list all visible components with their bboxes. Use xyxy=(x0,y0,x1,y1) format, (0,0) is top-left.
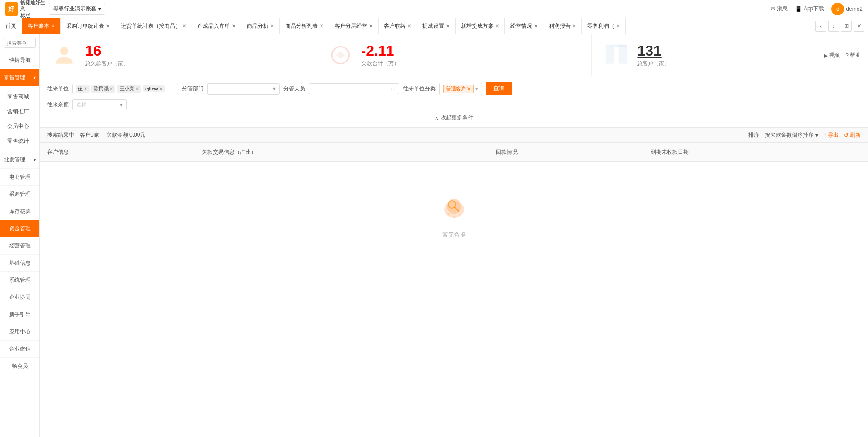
close-icon[interactable]: ✕ xyxy=(182,24,186,28)
message-icon: ✉ xyxy=(771,6,775,12)
close-icon[interactable]: ✕ xyxy=(135,86,139,91)
close-icon[interactable]: ✕ xyxy=(232,24,235,28)
filter-tag-more[interactable]: ... xyxy=(167,86,175,92)
sidebar-item-operations[interactable]: 经营管理 xyxy=(0,238,39,255)
stat-label-customers: 总欠款客户（家） xyxy=(85,60,129,67)
close-icon[interactable]: ✕ xyxy=(84,86,87,91)
filter-person-input[interactable]: ··· xyxy=(309,83,399,94)
tab-add-commission[interactable]: 新增提成方案 ✕ xyxy=(456,18,505,34)
user-avatar[interactable]: d demo2 xyxy=(831,3,863,15)
filter-dept-select[interactable]: ▾ xyxy=(207,83,280,95)
query-button[interactable]: 查询 xyxy=(486,82,512,95)
sidebar-item-enterprise-wechat[interactable]: 企业微信 xyxy=(0,341,39,358)
search-input[interactable] xyxy=(4,38,36,48)
result-summary-right: 排序：按欠款金额倒序排序 ▾ ↑ 导出 ↺ 刷新 xyxy=(748,131,861,139)
close-icon[interactable]: ✕ xyxy=(106,24,110,28)
tab-product-analysis[interactable]: 商品分析 ✕ xyxy=(241,18,280,34)
empty-text: 暂无数据 xyxy=(442,231,466,239)
tab-purchase-order[interactable]: 采购订单统计表 ✕ xyxy=(61,18,115,34)
export-button[interactable]: ↑ 导出 xyxy=(824,131,839,139)
refresh-button[interactable]: ↺ 刷新 xyxy=(844,131,861,139)
empty-state: 暂无数据 xyxy=(40,162,868,266)
close-icon[interactable]: ✕ xyxy=(110,86,113,91)
sidebar-item-wholesale[interactable]: 批发管理 ▾ xyxy=(0,152,39,169)
sidebar-item-changhui[interactable]: 畅会员 xyxy=(0,358,39,375)
col-header-arrears: 欠款交易信息（占比） xyxy=(195,143,489,162)
stat-number-arrears: -2.11 xyxy=(361,43,399,58)
close-icon[interactable]: ✕ xyxy=(446,24,450,28)
chevron-down-icon: ▾ xyxy=(815,132,818,138)
message-btn[interactable]: ✉ 消息 xyxy=(771,5,788,13)
svg-point-9 xyxy=(447,213,450,215)
empty-icon xyxy=(436,189,472,225)
stat-block-customers: 16 总欠款客户（家） xyxy=(40,34,316,76)
filter-tag-cjttcw: cjttcw ✕ xyxy=(143,86,165,92)
tab-customer-tier[interactable]: 客户分层经营 ✕ xyxy=(329,18,379,34)
filter-category-select[interactable]: 普通客户 ✕ ▾ xyxy=(439,83,482,95)
tab-home[interactable]: 首页 xyxy=(0,18,22,34)
sidebar-item-inventory[interactable]: 库存核算 xyxy=(0,203,39,220)
app-download-btn[interactable]: 📱 App下载 xyxy=(795,5,824,13)
sidebar-item-marketing[interactable]: 营销推广 xyxy=(0,104,39,119)
tab-customer-contact[interactable]: 客户联络 ✕ xyxy=(379,18,417,34)
export-icon: ↑ xyxy=(824,132,826,138)
close-icon[interactable]: ✕ xyxy=(159,86,163,91)
filter-balance-select[interactable]: 选择... ▾ xyxy=(72,99,127,110)
svg-rect-2 xyxy=(606,47,614,63)
close-icon[interactable]: ✕ xyxy=(534,24,537,28)
collapse-row: ∧ 收起更多条件 xyxy=(47,114,861,122)
filter-row-1: 往来单位 伍 ✕ 陈民强 ✕ 王小亮 ✕ cjttcw xyxy=(47,82,861,95)
close-icon[interactable]: ✕ xyxy=(572,24,576,28)
nav-expand-btn[interactable]: ⊞ xyxy=(841,21,852,32)
close-icon[interactable]: ✕ xyxy=(467,86,471,92)
tab-customer-ledger[interactable]: 客户账本 ✕ xyxy=(22,18,61,34)
col-header-repayment: 回款情况 xyxy=(489,143,643,162)
top-bar: 好 畅捷通好生意 标版 母婴行业演示账套 ▾ ✉ 消息 📱 App下载 d de… xyxy=(0,0,868,18)
tab-profit-report[interactable]: 利润报告 ✕ xyxy=(543,18,582,34)
stat-icon-customers xyxy=(51,42,78,69)
sidebar-item-purchase[interactable]: 采购管理 xyxy=(0,186,39,203)
tab-product-analysis-list[interactable]: 商品分析列表 ✕ xyxy=(280,18,329,34)
close-icon[interactable]: ✕ xyxy=(369,24,373,28)
svg-point-0 xyxy=(60,47,69,55)
refresh-icon: ↺ xyxy=(844,132,849,138)
sidebar-item-ecommerce[interactable]: 电商管理 xyxy=(0,169,39,186)
sidebar-item-retail-mgmt[interactable]: 零售管理 ▾ xyxy=(0,69,39,86)
close-icon[interactable]: ✕ xyxy=(270,24,274,28)
filter-label-unit: 往来单位 xyxy=(47,85,69,93)
sidebar-item-system[interactable]: 系统管理 xyxy=(0,272,39,289)
tab-product-inbound[interactable]: 产成品入库单 ✕ xyxy=(192,18,241,34)
sidebar-item-member-center[interactable]: 会员中心 xyxy=(0,119,39,134)
sidebar-item-retail-mall[interactable]: 零售商城 xyxy=(0,89,39,104)
data-table: 客户信息 欠款交易信息（占比） 回款情况 到期未收款日期 xyxy=(40,143,868,266)
close-icon[interactable]: ✕ xyxy=(616,24,620,28)
sidebar: 快捷导航 零售管理 ▾ 零售商城 营销推广 会员中心 零售统计 批发管理 ▾ 电… xyxy=(0,34,40,437)
close-icon[interactable]: ✕ xyxy=(495,24,499,28)
nav-close-all-btn[interactable]: ✕ xyxy=(854,21,864,32)
svg-rect-3 xyxy=(619,45,627,64)
nav-next-btn[interactable]: › xyxy=(828,21,839,32)
collapse-button[interactable]: ∧ 收起更多条件 xyxy=(435,114,473,122)
filter-label-category: 往来单位分类 xyxy=(403,85,436,93)
sidebar-item-finance[interactable]: 资金管理 xyxy=(0,220,39,238)
download-icon: 📱 xyxy=(795,6,802,12)
help-btn[interactable]: ? 帮助 xyxy=(845,52,861,59)
close-icon[interactable]: ✕ xyxy=(320,24,323,28)
stat-values-customers: 16 总欠款客户（家） xyxy=(85,43,129,67)
nav-prev-btn[interactable]: ‹ xyxy=(815,21,826,32)
video-btn[interactable]: ▶ 视频 xyxy=(824,52,840,59)
sidebar-item-basic-info[interactable]: 基础信息 xyxy=(0,255,39,272)
tab-business-status[interactable]: 经营情况 ✕ xyxy=(505,18,543,34)
close-icon[interactable]: ✕ xyxy=(51,24,55,28)
tab-commission-settings[interactable]: 提成设置 ✕ xyxy=(417,18,456,34)
sidebar-item-retail-stats[interactable]: 零售统计 xyxy=(0,134,39,149)
tab-goods-stats[interactable]: 进货单统计表（按商品） ✕ xyxy=(115,18,192,34)
company-selector[interactable]: 母婴行业演示账套 ▾ xyxy=(49,3,105,15)
sidebar-item-quick-nav[interactable]: 快捷导航 xyxy=(0,52,39,69)
sidebar-item-enterprise-collab[interactable]: 企业协同 xyxy=(0,289,39,306)
close-icon[interactable]: ✕ xyxy=(408,24,411,28)
tab-retail-profit[interactable]: 零售利润（ ✕ xyxy=(582,18,626,34)
sidebar-item-newbie[interactable]: 新手引导 xyxy=(0,306,39,323)
sort-select[interactable]: 排序：按欠款金额倒序排序 ▾ xyxy=(748,131,818,139)
sidebar-item-app-center[interactable]: 应用中心 xyxy=(0,323,39,341)
